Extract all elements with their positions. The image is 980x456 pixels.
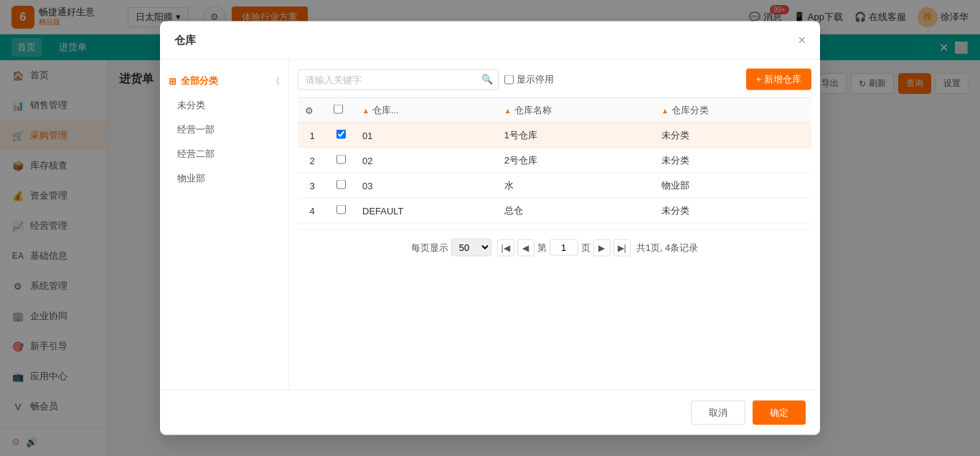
row-name: 2号仓库	[497, 148, 654, 173]
row-num: 3	[298, 173, 326, 198]
modal-body: ⊞ 全部分类 《 未分类 经营一部 经营二部 物业部 🔍 显示停用	[160, 60, 820, 390]
row-checkbox[interactable]	[336, 205, 346, 214]
category-item-3[interactable]: 物业部	[160, 166, 288, 191]
search-input[interactable]	[298, 69, 499, 90]
confirm-button[interactable]: 确定	[753, 401, 806, 425]
show-disabled-text: 显示停用	[517, 73, 554, 86]
row-check	[326, 148, 355, 173]
table-header-name: ▲ 仓库名称	[497, 98, 654, 123]
row-check	[326, 123, 355, 148]
row-category: 未分类	[654, 148, 811, 173]
row-code: 02	[355, 148, 497, 173]
page-label: 第	[537, 241, 547, 254]
row-checkbox[interactable]	[336, 180, 346, 189]
row-category: 物业部	[654, 173, 811, 198]
table-row[interactable]: 1 01 1号仓库 未分类	[298, 123, 811, 148]
per-page-select[interactable]: 50 100	[451, 239, 491, 257]
table-header-code: ▲ 仓库...	[355, 98, 497, 123]
row-num: 1	[298, 123, 326, 148]
category-item-1[interactable]: 经营一部	[160, 118, 288, 142]
show-disabled-checkbox[interactable]	[504, 75, 514, 84]
gear-header-icon[interactable]: ⚙	[305, 105, 314, 115]
category-all-label: 全部分类	[181, 75, 218, 87]
row-code: DEFAULT	[355, 198, 497, 223]
table-header-category: ▲ 仓库分类	[654, 98, 811, 123]
category-all-label-wrap: ⊞ 全部分类	[169, 75, 218, 87]
warehouse-table: ⚙ ▲ 仓库... ▲	[298, 98, 811, 224]
search-input-wrap: 🔍	[298, 69, 499, 90]
page-total: 共1页, 4条记录	[636, 241, 699, 254]
table-header-check	[326, 98, 355, 123]
row-checkbox[interactable]	[336, 155, 346, 164]
page-suffix: 页	[581, 241, 590, 254]
row-code: 01	[355, 123, 497, 148]
category-panel: ⊞ 全部分类 《 未分类 经营一部 经营二部 物业部	[160, 60, 289, 390]
category-collapse-icon[interactable]: 《	[271, 75, 280, 87]
add-warehouse-button[interactable]: + 新增仓库	[746, 69, 811, 90]
table-panel: 🔍 显示停用 + 新增仓库 ⚙	[289, 60, 820, 390]
cancel-button[interactable]: 取消	[691, 401, 745, 425]
sort-icon-category: ▲	[661, 106, 669, 114]
row-num: 4	[298, 198, 326, 223]
row-name: 总仓	[497, 198, 654, 223]
select-all-checkbox[interactable]	[334, 105, 343, 114]
prev-page-btn[interactable]: ◀	[517, 239, 534, 256]
table-row[interactable]: 2 02 2号仓库 未分类	[298, 148, 811, 173]
category-item-2[interactable]: 经营二部	[160, 142, 288, 166]
per-page-label: 每页显示	[411, 241, 448, 254]
category-all-header[interactable]: ⊞ 全部分类 《	[160, 69, 288, 93]
page-navigation: |◀ ◀ 第 页 ▶ ▶|	[497, 239, 631, 256]
table-toolbar: 🔍 显示停用 + 新增仓库	[298, 69, 811, 90]
next-page-btn[interactable]: ▶	[593, 239, 611, 256]
pagination: 每页显示 50 100 |◀ ◀ 第 页 ▶ ▶| 共1页, 4条记录	[298, 229, 811, 265]
row-check	[326, 173, 355, 198]
row-code: 03	[355, 173, 497, 198]
last-page-btn[interactable]: ▶|	[613, 239, 631, 256]
page-size-select: 每页显示 50 100	[411, 239, 491, 257]
row-name: 1号仓库	[497, 123, 654, 148]
row-check	[326, 198, 355, 223]
row-checkbox[interactable]	[336, 130, 346, 139]
table-row[interactable]: 4 DEFAULT 总仓 未分类	[298, 198, 811, 223]
grid-icon: ⊞	[169, 75, 176, 86]
modal-close-button[interactable]: ×	[798, 33, 806, 48]
row-category: 未分类	[654, 123, 811, 148]
row-category: 未分类	[654, 198, 811, 223]
warehouse-modal: 仓库 × ⊞ 全部分类 《 未分类 经营一部 经营二部 物业部	[160, 22, 820, 435]
row-name: 水	[497, 173, 654, 198]
modal-header: 仓库 ×	[160, 22, 820, 60]
sort-icon-code: ▲	[362, 106, 369, 114]
search-icon[interactable]: 🔍	[481, 74, 493, 85]
modal-title: 仓库	[174, 34, 196, 47]
row-num: 2	[298, 148, 326, 173]
table-row[interactable]: 3 03 水 物业部	[298, 173, 811, 198]
category-item-0[interactable]: 未分类	[160, 93, 288, 118]
sort-icon-name: ▲	[504, 106, 512, 114]
modal-footer: 取消 确定	[160, 390, 820, 435]
show-disabled-label[interactable]: 显示停用	[504, 73, 554, 86]
table-header-gear: ⚙	[298, 98, 326, 123]
page-number-input[interactable]	[550, 239, 578, 256]
first-page-btn[interactable]: |◀	[497, 239, 514, 256]
